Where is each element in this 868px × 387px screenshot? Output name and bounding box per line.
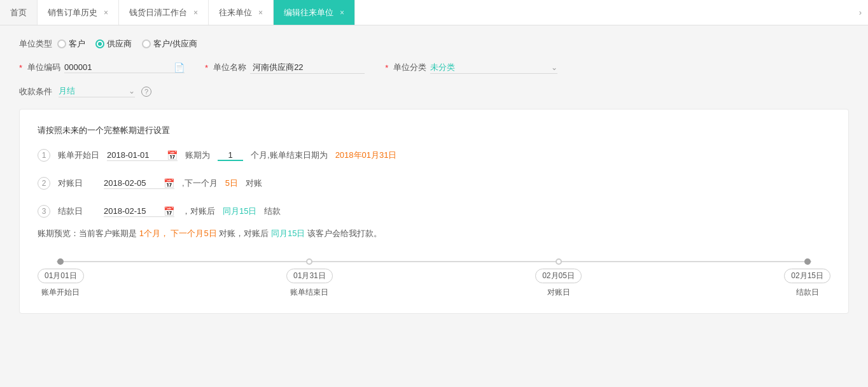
main-content: 单位类型 客户 供应商 客户/供应商 * 单位编码 📄 — [0, 25, 868, 327]
timeline-dot-2 — [306, 258, 312, 265]
payment-condition-value: 月结 — [59, 85, 126, 97]
timeline-dot-1 — [57, 258, 64, 265]
unit-code-label: 单位编码 — [27, 62, 60, 73]
timeline-point-2: 01月31日 账单结束日 — [286, 258, 333, 298]
tab-close-edit-partner[interactable]: × — [340, 8, 344, 17]
tab-bar: 首页 销售订单历史 × 钱货日清工作台 × 往来单位 × 编辑往来单位 × › — [0, 0, 868, 25]
timeline-dot-4 — [804, 258, 811, 265]
preview-suffix: 该客户会给我打款。 — [307, 229, 382, 238]
timeline-date-3: 02月05日 — [535, 269, 582, 283]
radio-customer[interactable]: 客户 — [57, 38, 85, 50]
unit-name-label: 单位名称 — [213, 62, 246, 73]
required-star-name: * — [205, 63, 208, 73]
unit-type-row: 单位类型 客户 供应商 客户/供应商 — [19, 38, 849, 50]
radio-supplier[interactable]: 供应商 — [95, 38, 132, 50]
step1-row: 1 账单开始日 📅 账期为 个月,账单结束日期为 2018年01月31日 — [38, 149, 830, 162]
unit-category-label: 单位分类 — [393, 62, 426, 73]
timeline-sublabel-1: 账单开始日 — [41, 287, 80, 298]
radio-both[interactable]: 客户/供应商 — [142, 38, 197, 50]
step1-calendar-icon[interactable]: 📅 — [167, 150, 178, 160]
section-title: 请按照未来的一个完整帐期进行设置 — [38, 125, 830, 136]
step2-label: 对账日 — [58, 178, 96, 189]
step1-desc-suffix: 个月,账单结束日期为 — [251, 150, 328, 161]
step2-num: 2 — [38, 177, 50, 190]
timeline-point-3: 02月05日 对账日 — [535, 258, 582, 298]
step2-row: 2 对账日 📅 ,下一个月 5日 对账 — [38, 177, 830, 190]
timeline-date-4: 02月15日 — [784, 269, 830, 283]
step1-end-date: 2018年01月31日 — [335, 150, 397, 161]
payment-condition-label: 收款条件 — [19, 86, 52, 97]
code-name-category-row: * 单位编码 📄 * 单位名称 * 单位分类 未分类 ⌄ — [19, 61, 849, 74]
unit-type-label: 单位类型 — [19, 38, 52, 50]
unit-code-icon[interactable]: 📄 — [174, 62, 185, 73]
preview-text: 账期预览：当前客户账期是 1个月， 下一个月5日 对账，对账后 同月15日 该客… — [38, 228, 830, 239]
step2-calendar-icon[interactable]: 📅 — [164, 178, 174, 188]
step3-num: 3 — [38, 205, 50, 218]
radio-circle-both — [142, 39, 151, 48]
preview-mid: 下一个月5日 — [171, 229, 216, 238]
step3-date-input[interactable] — [104, 206, 161, 216]
radio-supplier-label: 供应商 — [107, 38, 132, 50]
step3-month-day: 同月15日 — [223, 206, 256, 217]
step2-month-day: 5日 — [225, 178, 238, 189]
step3-calendar-icon[interactable]: 📅 — [164, 206, 174, 216]
timeline-date-2: 01月31日 — [286, 269, 333, 283]
tab-close-partner[interactable]: × — [258, 8, 263, 17]
unit-name-input[interactable] — [250, 61, 365, 74]
step3-desc-suffix: 结款 — [264, 206, 281, 217]
step2-date-input[interactable] — [104, 178, 161, 188]
step1-date-field[interactable]: 📅 — [107, 150, 178, 161]
tab-more-arrow[interactable]: › — [853, 0, 868, 25]
timeline-sublabel-3: 对账日 — [547, 287, 570, 298]
unit-type-radio-group: 客户 供应商 客户/供应商 — [57, 38, 197, 50]
tab-home[interactable]: 首页 — [0, 0, 38, 25]
timeline-points: 01月01日 账单开始日 01月31日 账单结束日 02月05日 对账日 — [38, 258, 830, 298]
step2-date-field[interactable]: 📅 — [104, 178, 174, 189]
timeline: 01月01日 账单开始日 01月31日 账单结束日 02月05日 对账日 — [38, 252, 830, 298]
step3-desc-prefix: ，对账后 — [182, 206, 215, 217]
step2-desc-prefix: ,下一个月 — [182, 178, 218, 189]
payment-condition-row: 收款条件 月结 ⌄ ? — [19, 85, 849, 97]
radio-both-label: 客户/供应商 — [153, 38, 197, 50]
step3-row: 3 结款日 📅 ，对账后 同月15日 结款 — [38, 205, 830, 218]
step1-label: 账单开始日 — [58, 150, 99, 161]
category-chevron-icon: ⌄ — [551, 63, 557, 72]
tab-sales-history[interactable]: 销售订单历史 × — [38, 0, 119, 25]
preview-end-date: 同月15日 — [271, 229, 305, 238]
tab-close-cash-work[interactable]: × — [193, 8, 198, 17]
step3-label: 结款日 — [58, 206, 96, 217]
radio-circle-supplier — [95, 39, 104, 48]
step3-date-field[interactable]: 📅 — [104, 206, 174, 217]
unit-code-field[interactable]: 📄 — [64, 62, 185, 73]
timeline-sublabel-2: 账单结束日 — [290, 287, 328, 298]
unit-category-value: 未分类 — [430, 62, 549, 73]
step1-date-input[interactable] — [107, 150, 164, 160]
timeline-date-1: 01月01日 — [38, 269, 84, 283]
tab-close-sales-history[interactable]: × — [104, 8, 108, 17]
help-icon[interactable]: ? — [141, 87, 151, 97]
step2-desc-suffix: 对账 — [246, 178, 262, 189]
setting-section: 请按照未来的一个完整帐期进行设置 1 账单开始日 📅 账期为 个月,账单结束日期… — [19, 109, 849, 314]
timeline-point-1: 01月01日 账单开始日 — [38, 258, 84, 298]
timeline-dot-3 — [556, 258, 562, 265]
step1-num: 1 — [38, 149, 50, 162]
payment-condition-select[interactable]: 月结 ⌄ — [59, 85, 135, 97]
timeline-point-4: 02月15日 结款日 — [784, 258, 830, 298]
tab-edit-partner[interactable]: 编辑往来单位 × — [274, 0, 355, 25]
step1-desc-prefix: 账期为 — [185, 150, 210, 161]
unit-category-select[interactable]: 未分类 ⌄ — [430, 62, 557, 74]
preview-mid2: 对账，对账后 — [219, 229, 269, 238]
preview-prefix: 账期预览：当前客户账期是 — [38, 229, 137, 238]
preview-period: 1个月， — [139, 229, 169, 238]
payment-chevron-icon: ⌄ — [129, 87, 135, 95]
radio-customer-label: 客户 — [69, 38, 85, 50]
required-star-code: * — [19, 63, 22, 73]
required-star-category: * — [385, 63, 388, 73]
tab-cash-work[interactable]: 钱货日清工作台 × — [119, 0, 209, 25]
unit-code-input[interactable] — [64, 62, 171, 72]
step1-period-input[interactable] — [218, 150, 243, 161]
timeline-sublabel-4: 结款日 — [796, 287, 819, 298]
radio-circle-customer — [57, 39, 66, 48]
tab-partner[interactable]: 往来单位 × — [209, 0, 274, 25]
